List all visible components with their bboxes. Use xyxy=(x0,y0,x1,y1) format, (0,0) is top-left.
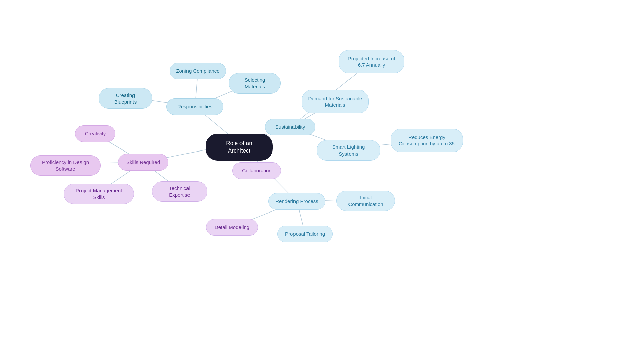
node-smart[interactable]: Smart Lighting Systems xyxy=(317,140,380,161)
node-project_mgmt[interactable]: Project Management Skills xyxy=(64,184,134,204)
node-creativity[interactable]: Creativity xyxy=(75,125,115,142)
node-demand[interactable]: Demand for Sustainable Materials xyxy=(302,90,369,113)
mind-map-container: Role of an ArchitectResponsibilitiesZoni… xyxy=(0,0,644,363)
node-center[interactable]: Role of an Architect xyxy=(206,134,273,161)
node-collaboration[interactable]: Collaboration xyxy=(232,162,281,179)
node-technical[interactable]: Technical Expertise xyxy=(152,181,207,202)
node-initial_comm[interactable]: Initial Communication xyxy=(336,191,395,211)
node-materials[interactable]: Selecting Materials xyxy=(229,73,281,94)
node-blueprints[interactable]: Creating Blueprints xyxy=(99,88,152,109)
node-reduces[interactable]: Reduces Energy Consumption by up to 35 xyxy=(391,129,463,152)
node-proficiency[interactable]: Proficiency in Design Software xyxy=(30,155,101,176)
node-proposal[interactable]: Proposal Tailoring xyxy=(277,226,333,242)
node-skills[interactable]: Skills Required xyxy=(118,154,168,171)
node-sustainability[interactable]: Sustainability xyxy=(265,119,315,135)
connections-svg xyxy=(0,0,644,363)
node-responsibilities[interactable]: Responsibilities xyxy=(166,98,223,115)
node-detail[interactable]: Detail Modeling xyxy=(206,219,258,236)
node-zoning[interactable]: Zoning Compliance xyxy=(170,63,226,79)
node-rendering[interactable]: Rendering Process xyxy=(268,193,325,210)
node-projected[interactable]: Projected Increase of 6.7 Annually xyxy=(339,50,404,73)
